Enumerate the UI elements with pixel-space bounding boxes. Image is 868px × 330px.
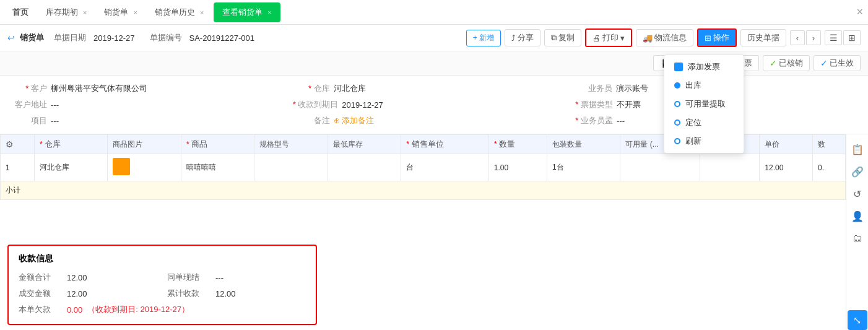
- arrears-value: 0.00: [67, 305, 82, 315]
- grid-view-button[interactable]: ⊞: [843, 30, 861, 45]
- add-icon: ⊕: [334, 116, 340, 125]
- logistics-button[interactable]: 🚚 物流信息: [636, 29, 693, 46]
- cumulative-value: 12.00: [215, 289, 236, 298]
- col-price: 单价: [760, 135, 813, 154]
- warehouse-value: 河北仓库: [334, 83, 366, 94]
- print-button[interactable]: 🖨 打印 ▾: [585, 28, 632, 47]
- dropdown-refresh[interactable]: 刷新: [664, 132, 744, 150]
- copy-button[interactable]: ⧉ 复制: [544, 29, 581, 46]
- effective-button[interactable]: ✓ 已生效: [814, 55, 861, 71]
- col-product: 商品: [181, 135, 254, 154]
- share-button[interactable]: ⤴ 分享: [505, 29, 540, 46]
- tab-home[interactable]: 首页: [5, 2, 36, 22]
- tab-sales-order-close[interactable]: ×: [133, 9, 137, 16]
- row-spec: [254, 154, 328, 181]
- customer-value: 柳州粤港平安气体有限公司: [51, 83, 147, 94]
- row-stock: [700, 154, 760, 181]
- outbound-label: 出库: [685, 80, 701, 91]
- logistics-label: 物流信息: [654, 32, 687, 43]
- col-settings[interactable]: ⚙: [1, 135, 35, 154]
- col-spec: 规格型号: [254, 135, 328, 154]
- row-min-stock: [328, 154, 401, 181]
- prev-button[interactable]: ‹: [790, 30, 805, 45]
- operate-dropdown: 添加发票 出库 可用量提取 定位 刷新: [664, 54, 744, 154]
- address-row: 客户地址 ---: [10, 99, 293, 110]
- new-button[interactable]: + 新增: [466, 30, 501, 46]
- remark-label: 备注: [293, 115, 330, 126]
- sidebar-icon-4[interactable]: 👤: [848, 206, 867, 226]
- cumulative-label: 累计收款: [167, 288, 210, 299]
- sidebar-icon-3[interactable]: ↺: [848, 184, 867, 204]
- dropdown-available-extract[interactable]: 可用量提取: [664, 95, 744, 113]
- history-button[interactable]: 历史单据: [740, 29, 786, 46]
- truck-icon: 🚚: [643, 33, 653, 43]
- row-warehouse: 河北仓库: [34, 154, 108, 181]
- add-remark-button[interactable]: ⊕ 添加备注: [334, 115, 375, 126]
- confirmed-button[interactable]: ✓ 已核销: [763, 55, 810, 71]
- operate-label: 操作: [713, 32, 729, 43]
- outbound-icon: [674, 82, 680, 89]
- row-price: 12.00: [760, 154, 813, 181]
- total-value: 12.00: [67, 273, 87, 282]
- locate-label: 定位: [685, 117, 701, 128]
- tab-inventory-init-close[interactable]: ×: [83, 9, 87, 16]
- row-qty: 1.00: [488, 154, 547, 181]
- expand-icon[interactable]: ⤡: [848, 310, 867, 330]
- operate-button[interactable]: ⊞ 操作: [697, 28, 737, 47]
- row-product: 嘻嘻嘻嘻: [181, 154, 254, 181]
- tab-check-sales-label: 查看销货单: [222, 7, 263, 18]
- dropdown-add-invoice[interactable]: 添加发票: [664, 58, 744, 76]
- row-available: [620, 154, 700, 181]
- close-button[interactable]: ×: [856, 6, 863, 19]
- staff-value: 演示账号: [616, 83, 648, 94]
- customer-row: 客户 柳州粤港平安气体有限公司: [10, 83, 293, 94]
- col-img: 商品图片: [108, 135, 181, 154]
- sidebar-icon-5[interactable]: 🗂: [848, 228, 867, 248]
- bottom-section: 收款信息 金额合计 12.00 同单现结 --- 成交金额: [0, 240, 846, 330]
- locate-icon: [674, 119, 680, 126]
- tab-sales-history-label: 销货单历史: [155, 7, 195, 18]
- print-label: 打印: [602, 32, 618, 43]
- tab-check-sales[interactable]: 查看销货单 ×: [214, 2, 280, 22]
- no-label: 单据编号: [150, 32, 182, 43]
- dropdown-locate[interactable]: 定位: [664, 113, 744, 132]
- sidebar-icon-1[interactable]: 📋: [848, 139, 867, 159]
- staff-label: 业务员: [575, 83, 612, 94]
- date-label: 单据日期: [54, 32, 86, 43]
- project-label: 项目: [10, 115, 47, 126]
- total-row: 金额合计 12.00: [19, 271, 157, 284]
- tab-inventory-init[interactable]: 库存期初 ×: [38, 2, 94, 22]
- staff2-value: ---: [617, 116, 625, 126]
- operate-icon: ⊞: [705, 33, 711, 43]
- confirmed-label: 已核销: [779, 58, 803, 69]
- doc-type: 销货单: [20, 32, 44, 43]
- tab-sales-history-close[interactable]: ×: [200, 9, 204, 16]
- row-unit: 台: [401, 154, 489, 181]
- payment-date-row: 收款到期日 2019-12-27: [293, 99, 576, 110]
- list-view-button[interactable]: ☰: [825, 30, 842, 45]
- tab-check-sales-close[interactable]: ×: [267, 9, 271, 16]
- share-label: 分享: [518, 32, 534, 43]
- tab-inventory-init-label: 库存期初: [46, 7, 78, 18]
- next-button[interactable]: ›: [806, 30, 821, 45]
- top-toolbar: ↩ 销货单 单据日期 2019-12-27 单据编号 SA-20191227-0…: [0, 25, 868, 51]
- address-label: 客户地址: [10, 99, 47, 110]
- print-dropdown-icon: ▾: [620, 33, 625, 43]
- sidebar-icon-2[interactable]: 🔗: [848, 162, 867, 181]
- effective-label: 已生效: [830, 58, 854, 69]
- address-value: ---: [51, 100, 59, 110]
- col-unit: 销售单位: [401, 135, 489, 154]
- same-order-value: ---: [215, 273, 224, 282]
- view-icons: ☰ ⊞: [825, 30, 861, 45]
- extract-icon: [674, 101, 680, 107]
- payment-title: 收款信息: [19, 253, 306, 264]
- dropdown-outbound[interactable]: 出库: [664, 76, 744, 95]
- nav-arrows: ‹ ›: [790, 30, 821, 45]
- add-remark-label: 添加备注: [342, 116, 374, 125]
- customer-label: 客户: [10, 83, 47, 94]
- tab-sales-history[interactable]: 销货单历史 ×: [147, 2, 211, 22]
- effective-check-icon: ✓: [820, 58, 828, 68]
- tab-home-label: 首页: [12, 7, 28, 18]
- product-image: [113, 158, 130, 175]
- tab-sales-order[interactable]: 销货单 ×: [97, 2, 144, 22]
